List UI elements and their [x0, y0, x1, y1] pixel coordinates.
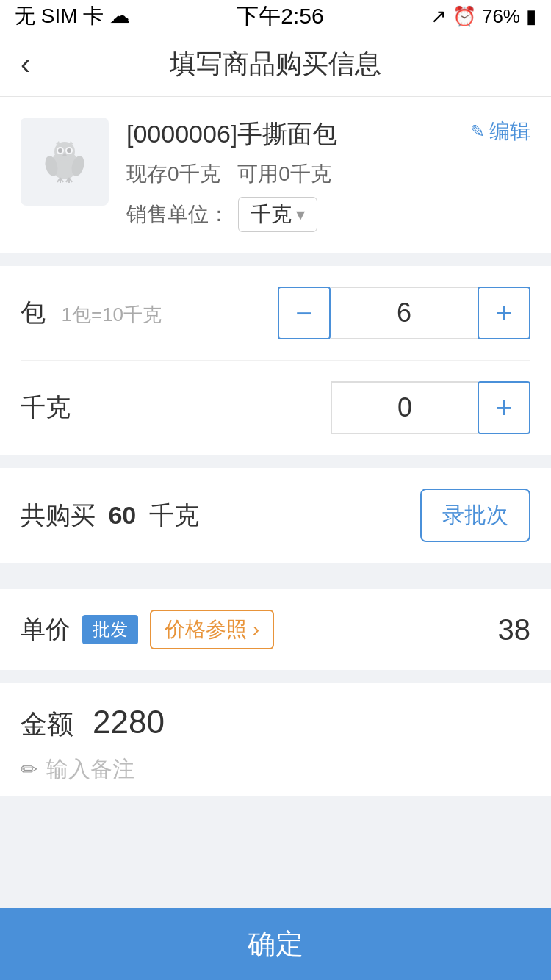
quantity-label-bao: 包 1包=10千克 — [21, 296, 278, 330]
edit-button[interactable]: ✎ 编辑 — [470, 118, 530, 145]
quantity-controls-kg: + — [331, 381, 530, 434]
note-row: ✏ 输入备注 — [21, 754, 530, 785]
summary-value: 60 — [108, 501, 136, 529]
price-label: 单价 — [21, 613, 71, 646]
edit-icon: ✎ — [470, 121, 485, 142]
dropdown-arrow-icon: ▾ — [296, 204, 305, 225]
record-batch-button[interactable]: 录批次 — [420, 489, 530, 542]
quantity-label-kg: 千克 — [21, 391, 331, 425]
summary-unit: 千克 — [149, 501, 199, 529]
summary-section: 共购买 60 千克 录批次 — [0, 468, 551, 563]
divider2 — [0, 670, 551, 683]
quantity-input-bao[interactable] — [331, 287, 478, 339]
price-section: 单价 批发 价格参照 › 38 — [0, 589, 551, 670]
svg-point-4 — [58, 148, 62, 153]
unit-label: 销售单位： — [126, 201, 229, 228]
stock-value: 现存0千克 — [126, 162, 220, 185]
plus-button-bao[interactable]: + — [478, 287, 530, 339]
price-batch-tag: 批发 — [82, 615, 138, 644]
amount-value: 2280 — [93, 704, 165, 740]
back-button[interactable]: ‹ — [21, 48, 30, 81]
confirm-button[interactable]: 确定 — [0, 908, 551, 980]
summary-text: 共购买 60 千克 — [21, 499, 199, 533]
available-value: 可用0千克 — [237, 162, 331, 185]
unit-value: 千克 — [251, 201, 292, 228]
product-card: [0000006]手撕面包 现存0千克 可用0千克 销售单位： 千克 ▾ ✎ 编… — [0, 97, 551, 253]
divider — [0, 576, 551, 589]
unit-bao: 包 — [21, 298, 46, 326]
quantity-section: 包 1包=10千克 − + 千克 + — [0, 266, 551, 455]
unit-bao-hint: 1包=10千克 — [61, 303, 162, 325]
quantity-row-bao: 包 1包=10千克 − + — [21, 266, 530, 361]
battery-icon: ▮ — [526, 5, 536, 28]
sim-status: 无 SIM 卡 ☁ — [15, 2, 130, 30]
pencil-icon: ✏ — [21, 757, 37, 782]
battery-status: 76% — [482, 5, 520, 28]
amount-label: 金额 2280 — [21, 709, 165, 739]
page-title: 填写商品购买信息 — [170, 46, 381, 82]
quantity-controls-bao: − + — [278, 287, 530, 339]
product-stock: 现存0千克 可用0千克 — [126, 160, 530, 188]
status-time: 下午2:56 — [237, 1, 323, 32]
product-section: [0000006]手撕面包 现存0千克 可用0千克 销售单位： 千克 ▾ ✎ 编… — [0, 97, 551, 253]
product-thumbnail — [21, 118, 109, 206]
price-row: 单价 批发 价格参照 › 38 — [21, 610, 530, 649]
status-left: 无 SIM 卡 ☁ — [15, 2, 130, 30]
location-icon: ↗ — [431, 5, 447, 28]
note-placeholder[interactable]: 输入备注 — [46, 754, 134, 785]
status-bar: 无 SIM 卡 ☁ 下午2:56 ↗ ⏰ 76% ▮ — [0, 0, 551, 32]
price-value: 38 — [498, 613, 531, 646]
product-unit-row: 销售单位： 千克 ▾ — [126, 197, 530, 232]
quantity-input-kg[interactable] — [331, 381, 478, 434]
product-image — [41, 138, 88, 185]
quantity-row-kg: 千克 + — [21, 361, 530, 455]
unit-selector[interactable]: 千克 ▾ — [238, 197, 317, 232]
summary-prefix: 共购买 — [21, 501, 96, 529]
minus-button-bao[interactable]: − — [278, 287, 331, 339]
alarm-icon: ⏰ — [453, 5, 476, 28]
edit-label: 编辑 — [489, 118, 530, 145]
amount-row: 金额 2280 ✏ 输入备注 — [0, 683, 551, 796]
nav-bar: ‹ 填写商品购买信息 — [0, 32, 551, 97]
plus-button-kg[interactable]: + — [478, 381, 530, 434]
price-reference-button[interactable]: 价格参照 › — [150, 610, 274, 649]
svg-point-5 — [67, 148, 71, 153]
amount-section: 金额 2280 ✏ 输入备注 — [0, 670, 551, 796]
status-right: ↗ ⏰ 76% ▮ — [431, 5, 536, 28]
